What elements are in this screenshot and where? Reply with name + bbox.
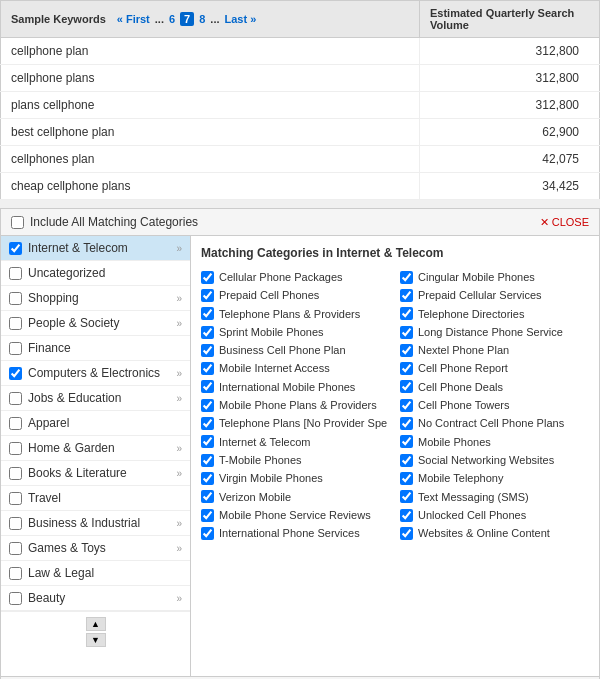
category-checkbox[interactable] <box>400 271 413 284</box>
pagination-current[interactable]: 7 <box>180 12 194 26</box>
category-item: Sprint Mobile Phones <box>201 323 390 341</box>
sidebar-item[interactable]: Shopping » <box>1 286 190 311</box>
matching-title: Matching Categories in Internet & Teleco… <box>201 246 589 260</box>
category-label: Mobile Telephony <box>418 471 503 485</box>
category-checkbox[interactable] <box>201 362 214 375</box>
pagination[interactable]: « First ... 6 7 8 ... Last » <box>114 12 260 26</box>
sidebar-item[interactable]: Internet & Telecom » <box>1 236 190 261</box>
category-label: Unlocked Cell Phones <box>418 508 526 522</box>
category-checkbox[interactable] <box>201 527 214 540</box>
sidebar-item[interactable]: Law & Legal <box>1 561 190 586</box>
sidebar-checkbox[interactable] <box>9 342 22 355</box>
category-item: Websites & Online Content <box>400 524 589 542</box>
scroll-down-button[interactable]: ▼ <box>86 633 106 647</box>
category-checkbox[interactable] <box>400 362 413 375</box>
sidebar-item[interactable]: Books & Literature » <box>1 461 190 486</box>
category-checkbox[interactable] <box>201 380 214 393</box>
pagination-first[interactable]: « First <box>114 12 153 26</box>
sidebar-checkbox[interactable] <box>9 317 22 330</box>
category-checkbox[interactable] <box>201 472 214 485</box>
sidebar-item-label: Shopping <box>28 291 170 305</box>
sidebar-checkbox[interactable] <box>9 592 22 605</box>
category-item: International Phone Services <box>201 524 390 542</box>
close-button[interactable]: ✕ CLOSE <box>540 216 589 229</box>
category-checkbox[interactable] <box>201 326 214 339</box>
category-checkbox[interactable] <box>201 490 214 503</box>
sidebar-item[interactable]: Computers & Electronics » <box>1 361 190 386</box>
sidebar-item[interactable]: Uncategorized <box>1 261 190 286</box>
scroll-up-button[interactable]: ▲ <box>86 617 106 631</box>
category-checkbox[interactable] <box>201 454 214 467</box>
volume-cell: 42,075 <box>420 146 600 173</box>
category-item: No Contract Cell Phone Plans <box>400 414 589 432</box>
categories-sidebar: Internet & Telecom » Uncategorized Shopp… <box>1 236 191 676</box>
sidebar-checkbox[interactable] <box>9 567 22 580</box>
sidebar-checkbox[interactable] <box>9 542 22 555</box>
category-item: Cellular Phone Packages <box>201 268 390 286</box>
include-all-checkbox[interactable] <box>11 216 24 229</box>
sidebar-item[interactable]: Jobs & Education » <box>1 386 190 411</box>
sidebar-checkbox[interactable] <box>9 242 22 255</box>
category-checkbox[interactable] <box>400 289 413 302</box>
sidebar-item[interactable]: Beauty » <box>1 586 190 611</box>
category-checkbox[interactable] <box>201 289 214 302</box>
category-checkbox[interactable] <box>201 435 214 448</box>
sidebar-checkbox[interactable] <box>9 492 22 505</box>
category-checkbox[interactable] <box>400 527 413 540</box>
sidebar-item[interactable]: People & Society » <box>1 311 190 336</box>
category-checkbox[interactable] <box>400 490 413 503</box>
category-checkbox[interactable] <box>201 344 214 357</box>
keywords-table: Sample Keywords « First ... 6 7 8 ... La… <box>0 0 600 200</box>
sidebar-item[interactable]: Games & Toys » <box>1 536 190 561</box>
keyword-cell: cellphone plan <box>1 38 420 65</box>
sidebar-checkbox[interactable] <box>9 417 22 430</box>
category-checkbox[interactable] <box>400 399 413 412</box>
sidebar-item[interactable]: Business & Industrial » <box>1 511 190 536</box>
pagination-page6[interactable]: 6 <box>166 12 178 26</box>
category-checkbox[interactable] <box>400 417 413 430</box>
category-label: Sprint Mobile Phones <box>219 325 324 339</box>
pagination-page8[interactable]: 8 <box>196 12 208 26</box>
category-checkbox[interactable] <box>201 399 214 412</box>
sidebar-item-label: Finance <box>28 341 182 355</box>
category-checkbox[interactable] <box>201 271 214 284</box>
sidebar-item-label: Business & Industrial <box>28 516 170 530</box>
sidebar-checkbox[interactable] <box>9 442 22 455</box>
sidebar-checkbox[interactable] <box>9 367 22 380</box>
category-item: Long Distance Phone Service <box>400 323 589 341</box>
category-checkbox[interactable] <box>201 417 214 430</box>
category-label: International Mobile Phones <box>219 380 355 394</box>
category-checkbox[interactable] <box>201 307 214 320</box>
sidebar-checkbox[interactable] <box>9 267 22 280</box>
sidebar-checkbox[interactable] <box>9 292 22 305</box>
category-label: Cingular Mobile Phones <box>418 270 535 284</box>
sidebar-arrow-icon: » <box>176 318 182 329</box>
category-checkbox[interactable] <box>400 307 413 320</box>
category-label: Internet & Telecom <box>219 435 311 449</box>
category-item: Mobile Internet Access <box>201 359 390 377</box>
category-checkbox[interactable] <box>400 454 413 467</box>
keyword-cell: cellphone plans <box>1 65 420 92</box>
sidebar-item[interactable]: Home & Garden » <box>1 436 190 461</box>
category-checkbox[interactable] <box>201 509 214 522</box>
category-checkbox[interactable] <box>400 435 413 448</box>
sidebar-item[interactable]: Apparel <box>1 411 190 436</box>
sidebar-arrow-icon: » <box>176 468 182 479</box>
category-checkbox[interactable] <box>400 380 413 393</box>
category-checkbox[interactable] <box>400 472 413 485</box>
sidebar-arrow-icon: » <box>176 393 182 404</box>
category-checkbox[interactable] <box>400 326 413 339</box>
category-checkbox[interactable] <box>400 509 413 522</box>
sidebar-checkbox[interactable] <box>9 392 22 405</box>
category-item: Telephone Directories <box>400 305 589 323</box>
category-label: Mobile Phones <box>418 435 491 449</box>
pagination-last[interactable]: Last » <box>222 12 260 26</box>
category-label: Nextel Phone Plan <box>418 343 509 357</box>
category-item: Cingular Mobile Phones <box>400 268 589 286</box>
sidebar-checkbox[interactable] <box>9 517 22 530</box>
sidebar-checkbox[interactable] <box>9 467 22 480</box>
category-item: Nextel Phone Plan <box>400 341 589 359</box>
category-checkbox[interactable] <box>400 344 413 357</box>
sidebar-item[interactable]: Travel <box>1 486 190 511</box>
sidebar-item[interactable]: Finance <box>1 336 190 361</box>
